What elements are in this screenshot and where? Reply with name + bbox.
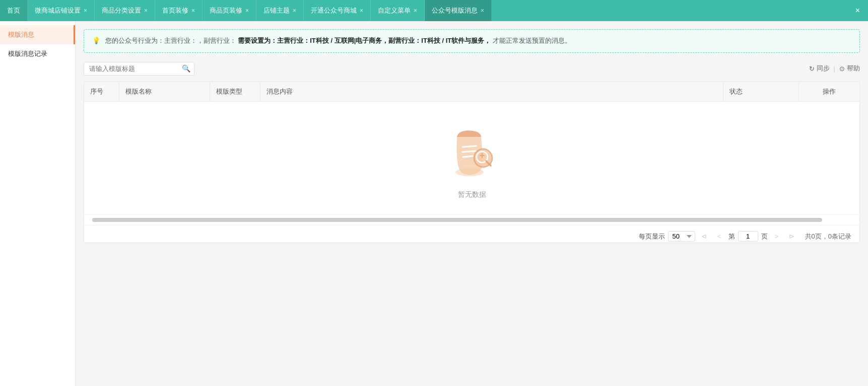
sync-label: 同步 bbox=[817, 64, 830, 73]
tab-homepage-label: 首页装修 bbox=[162, 6, 188, 15]
col-header-content: 消息内容 bbox=[260, 82, 723, 101]
sidebar: 模版消息 模版消息记录 bbox=[0, 21, 76, 386]
close-tab-weishop[interactable]: × bbox=[84, 7, 87, 14]
help-label: 帮助 bbox=[847, 64, 860, 73]
main-content: 💡 您的公众号行业为：主营行业：，副营行业： 需要设置为：主营行业：IT科技 /… bbox=[76, 21, 868, 386]
notice-prefix: 您的公众号行业为：主营行业：，副营行业： bbox=[105, 37, 236, 44]
col-header-status: 状态 bbox=[723, 82, 799, 101]
col-header-seq: 序号 bbox=[84, 82, 119, 101]
data-table: 序号 模版名称 模版类型 消息内容 状态 操作 bbox=[84, 82, 860, 243]
tab-weishop-label: 微商城店铺设置 bbox=[35, 6, 81, 15]
col-header-type: 模版类型 bbox=[210, 82, 260, 101]
col-header-action: 操作 bbox=[799, 82, 859, 101]
svg-line-1 bbox=[463, 146, 476, 147]
page-size-label: 每页显示 bbox=[639, 232, 665, 241]
tab-homepage[interactable]: 首页装修 × bbox=[155, 0, 203, 21]
search-icon[interactable]: 🔍 bbox=[182, 64, 190, 72]
prev-page-button[interactable]: < bbox=[713, 230, 725, 243]
horizontal-scrollbar[interactable] bbox=[92, 218, 822, 222]
sidebar-item-template-msg-label: 模版消息 bbox=[8, 31, 34, 38]
close-tab-template[interactable]: × bbox=[481, 7, 484, 14]
search-input-wrap: 🔍 bbox=[84, 62, 194, 75]
empty-illustration bbox=[442, 122, 502, 182]
close-tab-mall[interactable]: × bbox=[360, 7, 363, 14]
help-icon: ⊙ bbox=[839, 65, 845, 72]
tab-home-label: 首页 bbox=[7, 6, 20, 15]
tab-category[interactable]: 商品分类设置 × bbox=[95, 0, 155, 21]
top-navigation: 首页 微商城店铺设置 × 商品分类设置 × 首页装修 × 商品页装修 × 店铺主… bbox=[0, 0, 868, 21]
svg-line-3 bbox=[463, 156, 473, 157]
tab-home[interactable]: 首页 bbox=[0, 0, 28, 21]
col-header-name: 模版名称 bbox=[119, 82, 210, 101]
tab-productpage[interactable]: 商品页装修 × bbox=[203, 0, 256, 21]
search-bar: 🔍 ↻ 同步 | ⊙ 帮助 bbox=[84, 62, 860, 75]
global-close-button[interactable]: × bbox=[847, 6, 868, 15]
table-header: 序号 模版名称 模版类型 消息内容 状态 操作 bbox=[84, 82, 859, 102]
page-suffix: 页 bbox=[761, 232, 768, 241]
help-button[interactable]: ⊙ 帮助 bbox=[839, 64, 860, 73]
tab-theme[interactable]: 店铺主题 × bbox=[256, 0, 304, 21]
close-tab-custommenu[interactable]: × bbox=[414, 7, 417, 14]
total-text: 共0页，0条记录 bbox=[805, 232, 851, 241]
next-page-button[interactable]: > bbox=[771, 230, 783, 243]
scroll-bar-row bbox=[84, 214, 859, 225]
last-page-button[interactable]: ⊳ bbox=[786, 230, 798, 243]
pagination: 每页显示 50 10 20 100 ⊲ < 第 页 > ⊳ 共0页，0条记录 bbox=[84, 225, 859, 243]
search-left: 🔍 bbox=[84, 62, 194, 75]
search-input[interactable] bbox=[84, 62, 194, 75]
empty-state: 暂无数据 bbox=[84, 102, 859, 214]
page-label: 第 bbox=[728, 232, 735, 241]
divider: | bbox=[834, 65, 835, 72]
search-right: ↻ 同步 | ⊙ 帮助 bbox=[809, 64, 860, 73]
notice-highlight: 需要设置为：主营行业：IT科技 / 互联网|电子商务，副营行业：IT科技 / I… bbox=[238, 37, 491, 44]
close-tab-theme[interactable]: × bbox=[293, 7, 296, 14]
notice-box: 💡 您的公众号行业为：主营行业：，副营行业： 需要设置为：主营行业：IT科技 /… bbox=[84, 29, 860, 53]
tab-category-label: 商品分类设置 bbox=[102, 6, 141, 15]
tab-productpage-label: 商品页装修 bbox=[210, 6, 242, 15]
tab-template-label: 公众号模版消息 bbox=[432, 6, 478, 15]
tab-weishop[interactable]: 微商城店铺设置 × bbox=[28, 0, 95, 21]
page-size-select[interactable]: 50 10 20 100 bbox=[668, 231, 695, 242]
close-tab-productpage[interactable]: × bbox=[245, 7, 249, 14]
close-tab-category[interactable]: × bbox=[144, 7, 148, 14]
sidebar-item-template-record[interactable]: 模版消息记录 bbox=[0, 44, 75, 63]
tab-custommenu-label: 自定义菜单 bbox=[378, 6, 411, 15]
page-input[interactable] bbox=[738, 231, 758, 242]
close-tab-homepage[interactable]: × bbox=[191, 7, 195, 14]
first-page-button[interactable]: ⊲ bbox=[698, 230, 710, 243]
notice-icon: 💡 bbox=[92, 37, 100, 44]
main-layout: 模版消息 模版消息记录 💡 您的公众号行业为：主营行业：，副营行业： 需要设置为… bbox=[0, 21, 868, 386]
notice-suffix: 才能正常发送预置的消息。 bbox=[493, 37, 571, 44]
sync-button[interactable]: ↻ 同步 bbox=[809, 64, 830, 73]
empty-text: 暂无数据 bbox=[458, 190, 486, 199]
sidebar-item-template-msg[interactable]: 模版消息 bbox=[0, 25, 75, 44]
tab-mall[interactable]: 开通公众号商城 × bbox=[304, 0, 371, 21]
tab-custommenu[interactable]: 自定义菜单 × bbox=[371, 0, 425, 21]
tab-template[interactable]: 公众号模版消息 × bbox=[425, 0, 492, 21]
tab-mall-label: 开通公众号商城 bbox=[311, 6, 357, 15]
sync-icon: ↻ bbox=[809, 65, 815, 72]
tab-theme-label: 店铺主题 bbox=[263, 6, 290, 15]
sidebar-item-template-record-label: 模版消息记录 bbox=[8, 50, 47, 57]
svg-line-2 bbox=[462, 151, 476, 152]
